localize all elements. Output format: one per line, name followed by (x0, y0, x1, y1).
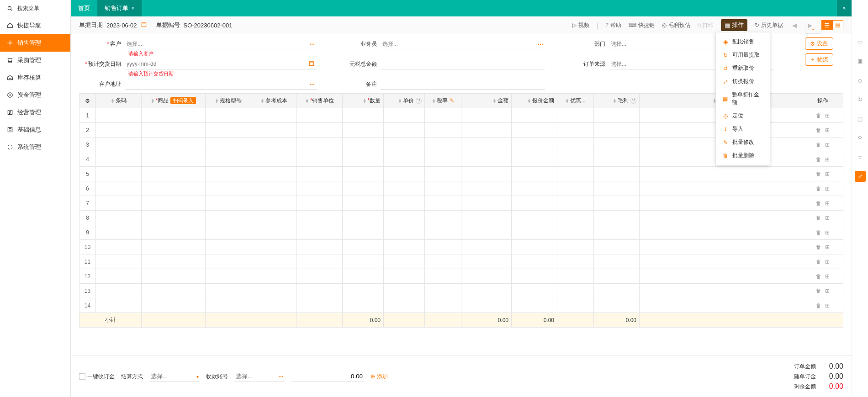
add-row-icon[interactable]: ⊞ (825, 229, 830, 236)
lookup-icon[interactable]: ⋯ (538, 41, 543, 48)
rail-link-icon[interactable]: ⚲ (855, 132, 866, 143)
rail-expand-icon[interactable]: ⤢ (855, 171, 866, 182)
add-row-icon[interactable]: ⊞ (825, 215, 830, 221)
table-row[interactable]: 12🗑⊞ (79, 269, 843, 284)
edit-icon[interactable]: ✎ (450, 97, 454, 104)
lookup-icon[interactable]: ⋯ (309, 41, 315, 48)
settle-method-select[interactable] (149, 371, 200, 381)
amount-input[interactable] (291, 371, 364, 381)
dd-import[interactable]: ⤓导入 (716, 122, 770, 136)
sidebar-item-inventory[interactable]: 库存核算 (0, 69, 70, 86)
sidebar-item-fund[interactable]: 资金管理 (0, 86, 70, 104)
th-spec[interactable]: ▲▼规格型号 (206, 94, 251, 108)
add-row-icon[interactable]: ⊞ (825, 156, 830, 163)
rail-price-icon[interactable]: ◇ (855, 75, 866, 86)
add-row-icon[interactable]: ⊞ (825, 244, 830, 250)
delete-row-icon[interactable]: 🗑 (816, 259, 821, 265)
th-quantity[interactable]: ▲▼*数量 (343, 94, 384, 108)
dd-batch-delete[interactable]: 🗑批量删除 (716, 149, 770, 162)
sidebar-item-basic[interactable]: 基础信息 (0, 121, 70, 138)
delete-row-icon[interactable]: 🗑 (816, 215, 821, 221)
account-select[interactable] (234, 371, 285, 381)
print-link[interactable]: ⎙打印 (698, 21, 714, 29)
add-row-icon[interactable]: ⊞ (825, 112, 830, 119)
tab-home[interactable]: 首页 (71, 0, 97, 16)
sidebar-item-sales[interactable]: 销售管理 (0, 34, 70, 52)
table-row[interactable]: 6🗑⊞ (79, 181, 843, 196)
help-link[interactable]: ?帮助 (605, 21, 621, 29)
delete-row-icon[interactable]: 🗑 (816, 244, 821, 250)
view-grid-button[interactable]: ▤ (832, 20, 843, 30)
operate-button[interactable]: ▦操作 (721, 19, 747, 31)
dd-ratio-sales[interactable]: ◉配比销售 (716, 35, 770, 48)
logistics-button[interactable]: ＋物流 (805, 53, 833, 66)
history-link[interactable]: ↻历史单据 (755, 21, 783, 29)
calendar-icon[interactable] (308, 60, 315, 68)
remark-input[interactable] (381, 79, 545, 90)
customer-address-input[interactable] (125, 79, 317, 90)
delete-row-icon[interactable]: 🗑 (816, 302, 821, 309)
th-barcode[interactable]: ▲▼条码 (96, 94, 142, 108)
dd-available-extract[interactable]: ↻可用量提取 (716, 48, 770, 62)
scan-entry-button[interactable]: 扫码录入 (170, 97, 196, 104)
rail-coupon-icon[interactable]: ◫ (855, 113, 866, 124)
dd-reprice[interactable]: ↺重新取价 (716, 62, 770, 75)
table-row[interactable]: 8🗑⊞ (79, 211, 843, 225)
lookup-icon[interactable]: ⋯ (278, 373, 284, 380)
prev-doc-icon[interactable]: ◀ (790, 22, 799, 29)
customer-input[interactable] (125, 39, 317, 49)
add-row-icon[interactable]: ⊞ (825, 200, 830, 206)
th-sales-unit[interactable]: ▲▼*销售单位 (297, 94, 343, 108)
rail-doc-icon[interactable]: ▭ (855, 37, 866, 48)
th-amount[interactable]: ▲▼金额 (461, 94, 512, 108)
profit-link[interactable]: ◎毛利预估 (662, 21, 690, 29)
table-row[interactable]: 14🗑⊞ (79, 298, 843, 313)
delete-row-icon[interactable]: 🗑 (816, 127, 821, 133)
th-unit-price[interactable]: ▲▼单价? (384, 94, 425, 108)
delete-row-icon[interactable]: 🗑 (816, 142, 821, 148)
th-gross-profit[interactable]: ▲▼毛利? (594, 94, 640, 108)
add-row-icon[interactable]: ⊞ (825, 142, 830, 148)
table-row[interactable]: 9🗑⊞ (79, 225, 843, 240)
no-tax-total-input[interactable] (381, 59, 545, 69)
add-payment-button[interactable]: ⊕添加 (370, 373, 388, 381)
calendar-icon[interactable] (141, 21, 147, 29)
th-product[interactable]: ▲▼*商品扫码录入 (142, 94, 206, 108)
delete-row-icon[interactable]: 🗑 (816, 288, 821, 294)
th-ref-cost[interactable]: ▲▼参考成本 (251, 94, 297, 108)
collect-deposit-checkbox[interactable]: 一键收订金 (79, 373, 115, 381)
delete-row-icon[interactable]: 🗑 (816, 200, 821, 206)
settings-button[interactable]: ⚙设置 (805, 37, 833, 50)
add-row-icon[interactable]: ⊞ (825, 273, 830, 280)
close-icon[interactable]: × (131, 5, 134, 11)
expand-button[interactable]: ⌄ (805, 23, 821, 34)
th-quote-amount[interactable]: ▲▼报价金额 (512, 94, 557, 108)
sidebar-item-business[interactable]: 经营管理 (0, 104, 70, 121)
search-menu[interactable]: 搜索菜单 (0, 0, 70, 17)
add-row-icon[interactable]: ⊞ (825, 288, 830, 294)
help-icon[interactable]: ? (630, 98, 636, 104)
th-discount[interactable]: ▲▼优惠... (557, 94, 594, 108)
add-row-icon[interactable]: ⊞ (825, 127, 830, 133)
rail-warehouse-icon[interactable]: ▣ (855, 56, 866, 67)
gear-icon[interactable]: ⚙ (85, 98, 90, 104)
delete-row-icon[interactable]: 🗑 (816, 171, 821, 177)
rail-refresh-icon[interactable]: ↻ (855, 94, 866, 105)
shortcut-link[interactable]: ⌨快捷键 (629, 21, 655, 29)
lookup-icon[interactable]: ⋯ (309, 81, 315, 88)
doc-date-value[interactable]: 2023-06-02 (106, 22, 137, 29)
sidebar-item-quicknav[interactable]: 快捷导航 (0, 17, 70, 34)
add-row-icon[interactable]: ⊞ (825, 185, 830, 192)
delivery-date-input[interactable] (125, 59, 317, 69)
sidebar-item-system[interactable]: 系统管理 (0, 138, 70, 156)
sidebar-item-purchase[interactable]: 采购管理 (0, 52, 70, 69)
tabs-close-all[interactable]: × (837, 0, 852, 16)
table-row[interactable]: 7🗑⊞ (79, 196, 843, 211)
rail-star-icon[interactable]: ☆ (855, 152, 866, 163)
delete-row-icon[interactable]: 🗑 (816, 156, 821, 163)
video-link[interactable]: ▷视频 (572, 21, 589, 29)
help-icon[interactable]: ? (416, 98, 422, 104)
table-row[interactable]: 13🗑⊞ (79, 284, 843, 298)
table-row[interactable]: 10🗑⊞ (79, 240, 843, 254)
delete-row-icon[interactable]: 🗑 (816, 185, 821, 192)
